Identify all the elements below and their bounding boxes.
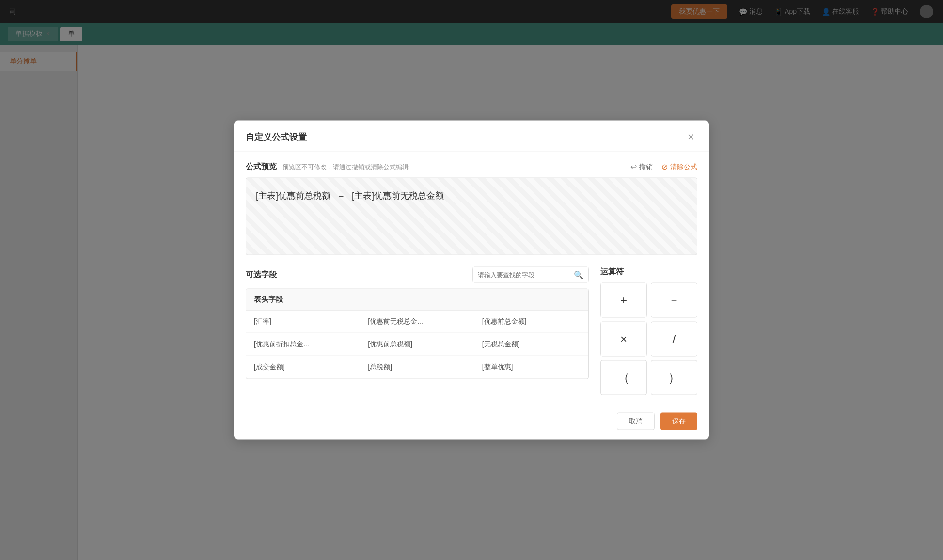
- clear-formula-button[interactable]: 清除公式: [660, 162, 697, 171]
- clear-icon: [660, 163, 668, 171]
- operator-left-paren[interactable]: （: [600, 360, 647, 395]
- field-cell-5[interactable]: [无税总金额]: [474, 333, 588, 356]
- undo-button[interactable]: 撤销: [629, 162, 653, 171]
- field-cell-0[interactable]: [汇率]: [246, 311, 360, 333]
- fields-table: 表头字段 [汇率] [优惠前无税总金... [优惠前总金额] [优惠前折扣总金.…: [246, 289, 589, 379]
- formula-part2: [主表]优惠前无税总金额: [352, 188, 444, 202]
- dialog-close-button[interactable]: ✕: [684, 130, 697, 144]
- bottom-section: 可选字段 🔍 表头字段 [汇率] [优惠前无税总金... [优惠前总: [246, 267, 697, 395]
- operator-multiply[interactable]: ×: [600, 322, 647, 357]
- operator-divide[interactable]: /: [651, 322, 697, 357]
- field-cell-3[interactable]: [优惠前折扣总金...: [246, 333, 360, 356]
- fields-table-body[interactable]: [汇率] [优惠前无税总金... [优惠前总金额] [优惠前折扣总金... [优…: [246, 311, 588, 379]
- table-header-row: 表头字段: [246, 289, 588, 311]
- formula-part1: [主表]优惠前总税额: [256, 188, 330, 202]
- formula-actions: 撤销 清除公式: [629, 162, 697, 171]
- dialog-header: 自定义公式设置 ✕: [234, 121, 709, 152]
- fields-header: 可选字段 🔍: [246, 267, 589, 283]
- cancel-button[interactable]: 取消: [617, 413, 655, 430]
- dialog-title: 自定义公式设置: [246, 131, 307, 143]
- operator-plus[interactable]: +: [600, 283, 647, 318]
- fields-section: 可选字段 🔍 表头字段 [汇率] [优惠前无税总金... [优惠前总: [246, 267, 589, 395]
- field-cell-4[interactable]: [优惠前总税额]: [360, 333, 474, 356]
- undo-icon: [629, 163, 637, 171]
- save-button[interactable]: 保存: [660, 413, 697, 430]
- search-icon: 🔍: [574, 270, 583, 280]
- operators-title: 运算符: [600, 267, 697, 277]
- dialog-body: 公式预览 预览区不可修改，请通过撤销或清除公式编辑 撤销 清除公式 [主: [234, 152, 709, 405]
- field-search-input[interactable]: [478, 271, 570, 279]
- formula-label-row: 公式预览 预览区不可修改，请通过撤销或清除公式编辑 撤销 清除公式: [246, 162, 697, 172]
- field-cell-8[interactable]: [整单优惠]: [474, 356, 588, 379]
- formula-expression: [主表]优惠前总税额 － [主表]优惠前无税总金额: [256, 188, 687, 203]
- field-cell-2[interactable]: [优惠前总金额]: [474, 311, 588, 333]
- formula-display-area: [主表]优惠前总税额 － [主表]优惠前无税总金额: [246, 178, 697, 255]
- formula-preview-section: 公式预览 预览区不可修改，请通过撤销或清除公式编辑 撤销 清除公式 [主: [246, 162, 697, 255]
- operator-right-paren[interactable]: ）: [651, 360, 697, 395]
- fields-title: 可选字段: [246, 270, 277, 280]
- formula-hint-text: 预览区不可修改，请通过撤销或清除公式编辑: [283, 162, 409, 171]
- operator-minus[interactable]: －: [651, 283, 697, 318]
- field-search-box[interactable]: 🔍: [472, 267, 589, 283]
- formula-preview-label: 公式预览: [246, 162, 277, 172]
- formula-dialog: 自定义公式设置 ✕ 公式预览 预览区不可修改，请通过撤销或清除公式编辑 撤销: [234, 121, 709, 440]
- formula-operator: －: [336, 188, 346, 203]
- field-cell-7[interactable]: [总税额]: [360, 356, 474, 379]
- formula-label-left: 公式预览 预览区不可修改，请通过撤销或清除公式编辑: [246, 162, 409, 172]
- dialog-footer: 取消 保存: [234, 405, 709, 440]
- operators-grid: + － × / （ ）: [600, 283, 697, 395]
- operators-section: 运算符 + － × / （ ）: [600, 267, 697, 395]
- fields-grid: [汇率] [优惠前无税总金... [优惠前总金额] [优惠前折扣总金... [优…: [246, 311, 588, 379]
- field-cell-1[interactable]: [优惠前无税总金...: [360, 311, 474, 333]
- field-cell-6[interactable]: [成交金额]: [246, 356, 360, 379]
